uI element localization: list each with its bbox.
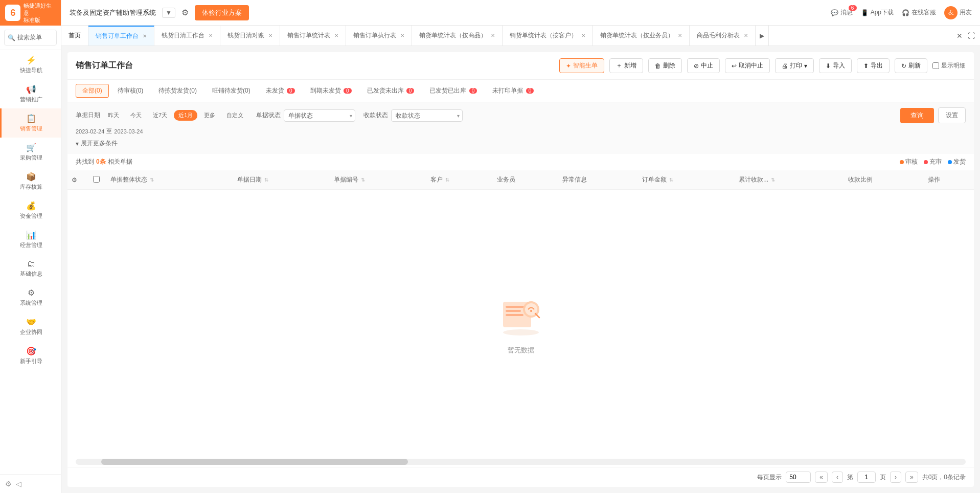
date-chip-custom[interactable]: 自定义 <box>222 110 248 121</box>
import-btn[interactable]: ⬇ 导入 <box>819 58 852 73</box>
tab-sales-exec[interactable]: 销售订单执行表 ✕ <box>346 26 412 46</box>
date-to-value: 2023-03-24 <box>114 128 143 135</box>
messages-btn[interactable]: 💬 消息 6 <box>831 8 853 17</box>
tab-close-summary-product[interactable]: ✕ <box>491 33 495 38</box>
stop-btn[interactable]: ⊘ 中止 <box>687 58 720 73</box>
payment-select[interactable]: 收款状态 <box>391 109 463 122</box>
sort-customer[interactable]: ⇅ <box>445 177 449 183</box>
sort-collected[interactable]: ⇅ <box>771 177 775 183</box>
expand-conditions-btn[interactable]: ▾ 展开更多条件 <box>76 139 118 148</box>
settings-gear-btn[interactable]: ⚙ <box>5 480 12 488</box>
filter-tab-overdue-ship[interactable]: 到期未发货 0 <box>304 84 358 98</box>
search-menu-btn[interactable]: 🔍 搜索菜单 <box>4 30 57 46</box>
tab-close-cash-daily[interactable]: ✕ <box>209 33 213 38</box>
sidebar-item-quick-nav[interactable]: ⚡ 快捷导航 <box>0 50 61 79</box>
tab-sales-summary-staff[interactable]: 销货单统计表（按业务员） ✕ <box>593 26 690 46</box>
sort-amount[interactable]: ⇅ <box>669 177 673 183</box>
filter-tab-not-printed[interactable]: 未打印单据 0 <box>486 84 540 98</box>
tab-close-cash-reconcile[interactable]: ✕ <box>268 33 272 38</box>
tab-close-sales-stats[interactable]: ✕ <box>334 33 338 38</box>
tab-close-all-btn[interactable]: ✕ <box>954 31 965 41</box>
tab-more-btn[interactable]: ▶ <box>756 26 769 46</box>
app-download-btn[interactable]: 📱 App下载 <box>861 8 894 17</box>
ai-generate-btn[interactable]: ✦ 智能生单 <box>559 58 604 73</box>
page-prev-btn[interactable]: ‹ <box>832 472 843 483</box>
sidebar-item-tutorial[interactable]: 🎯 新手引导 <box>0 341 61 370</box>
sidebar-item-operations[interactable]: 📊 经营管理 <box>0 225 61 254</box>
show-detail-checkbox[interactable]: 显示明细 <box>932 61 966 70</box>
tab-cash-daily[interactable]: 钱货日清工作台 ✕ <box>154 26 220 46</box>
date-chip-yesterday[interactable]: 昨天 <box>103 110 124 121</box>
sidebar-item-marketing[interactable]: 📢 营销推广 <box>0 79 61 108</box>
page-next-btn[interactable]: › <box>890 472 901 483</box>
sidebar-item-system[interactable]: ⚙ 系统管理 <box>0 283 61 312</box>
tab-close-summary-customer[interactable]: ✕ <box>581 33 585 38</box>
tab-sales-order[interactable]: 销售订单工作台 ✕ <box>88 26 154 46</box>
logo-text: 畅捷通好生意 标准版 <box>24 2 56 24</box>
filter-tab-pending-receive[interactable]: 待拣货发货(0) <box>152 84 203 98</box>
sidebar-item-sales[interactable]: 📋 销售管理 <box>0 108 61 138</box>
filter-tab-not-shipped[interactable]: 未发货 0 <box>259 84 302 98</box>
tab-close-sales-order[interactable]: ✕ <box>143 33 147 39</box>
status-select[interactable]: 单据状态 <box>284 109 355 122</box>
query-btn[interactable]: 查询 <box>900 108 934 123</box>
online-service-btn[interactable]: 🎧 在线客服 <box>902 8 936 17</box>
tab-sales-summary-product[interactable]: 销货单统计表（按商品） ✕ <box>412 26 503 46</box>
filter-tab-pending-review[interactable]: 待审核(0) <box>111 84 150 98</box>
search-settings-btn[interactable]: 设置 <box>938 107 966 123</box>
tab-sales-stats[interactable]: 销售订单统计表 ✕ <box>280 26 346 46</box>
filter-tab-shipped-not-out[interactable]: 已发货未出库 0 <box>360 84 421 98</box>
sidebar-item-inventory[interactable]: 📦 库存核算 <box>0 167 61 196</box>
page-size-select[interactable]: 50 10 20 100 <box>786 472 811 483</box>
sort-status[interactable]: ⇅ <box>150 177 154 183</box>
date-chip-more[interactable]: 更多 <box>199 110 220 121</box>
filter-tab-wangpu-ship[interactable]: 旺铺待发货(0) <box>206 84 257 98</box>
page-number-input[interactable] <box>857 472 876 483</box>
select-all-checkbox[interactable] <box>93 176 100 183</box>
scroll-thumb[interactable] <box>101 459 408 465</box>
date-chip-7days[interactable]: 近7天 <box>148 110 172 121</box>
cancel-stop-btn[interactable]: ↩ 取消中止 <box>725 58 770 73</box>
tab-close-summary-staff[interactable]: ✕ <box>678 33 682 38</box>
export-btn[interactable]: ⬆ 导出 <box>857 58 890 73</box>
delete-btn[interactable]: 🗑 删除 <box>648 58 682 73</box>
tab-close-gross-profit[interactable]: ✕ <box>744 33 748 38</box>
tab-sales-summary-customer[interactable]: 销货单统计表（按客户） ✕ <box>503 26 593 46</box>
unreview-dot <box>924 160 928 164</box>
sidebar-item-finance[interactable]: 💰 资金管理 <box>0 196 61 225</box>
user-avatar-btn[interactable]: 友 用友 <box>944 6 972 19</box>
filter-tab-shipped-out[interactable]: 已发货已出库 0 <box>423 84 484 98</box>
page-first-btn[interactable]: « <box>815 472 828 483</box>
unreview-action-btn[interactable]: 充审 <box>924 158 942 166</box>
tab-gross-profit[interactable]: 商品毛利分析表 ✕ <box>690 26 756 46</box>
add-btn[interactable]: ＋ 新增 <box>609 58 643 73</box>
header-settings-btn[interactable]: ⚙ <box>181 8 189 17</box>
expand-system-btn[interactable]: ▼ <box>162 8 175 18</box>
sort-date[interactable]: ⇅ <box>264 177 268 183</box>
tab-fullscreen-btn[interactable]: ⛶ <box>966 31 977 41</box>
th-checkbox[interactable] <box>86 170 106 190</box>
date-chip-today[interactable]: 今天 <box>126 110 146 121</box>
filter-tab-all[interactable]: 全部(0) <box>76 84 109 98</box>
horizontal-scrollbar[interactable] <box>76 459 966 465</box>
th-settings[interactable]: ⚙ <box>67 170 86 190</box>
review-action-btn[interactable]: 审核 <box>900 158 918 166</box>
print-btn[interactable]: 🖨 打印 ▾ <box>775 58 814 73</box>
tab-home[interactable]: 首页 <box>61 26 88 46</box>
status-select-wrapper: 单据状态 ▾ <box>284 109 355 122</box>
page-last-btn[interactable]: » <box>905 472 918 483</box>
tab-cash-reconcile[interactable]: 钱货日清对账 ✕ <box>220 26 280 46</box>
column-settings-icon[interactable]: ⚙ <box>72 176 77 184</box>
date-chip-1month[interactable]: 近1月 <box>174 110 197 121</box>
show-detail-input[interactable] <box>932 62 939 69</box>
tab-close-sales-exec[interactable]: ✕ <box>400 33 404 38</box>
sidebar-item-basic-info[interactable]: 🗂 基础信息 <box>0 254 61 283</box>
sidebar-item-purchase[interactable]: 🛒 采购管理 <box>0 138 61 167</box>
ship-action-btn[interactable]: 发货 <box>948 158 966 166</box>
shipped-not-out-badge: 0 <box>406 88 415 94</box>
solution-btn[interactable]: 体验行业方案 <box>195 5 249 20</box>
collapse-sidebar-btn[interactable]: ◁ <box>16 480 21 488</box>
sidebar-item-enterprise[interactable]: 🤝 企业协同 <box>0 312 61 341</box>
refresh-btn[interactable]: ↻ 刷新 <box>895 58 927 73</box>
sort-number[interactable]: ⇅ <box>361 177 365 183</box>
